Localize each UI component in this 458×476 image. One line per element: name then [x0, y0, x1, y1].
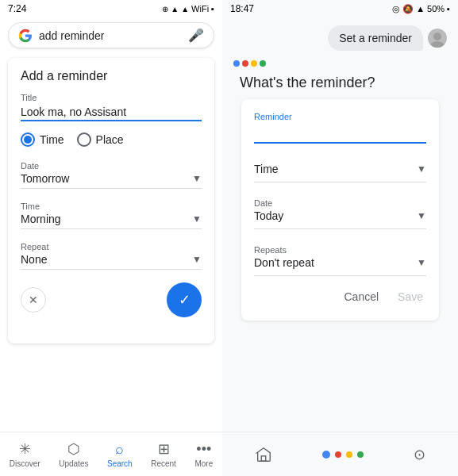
user-bubble: Set a reminder: [328, 25, 423, 51]
card-actions: ✕ ✓: [21, 282, 202, 317]
bubble-text: Set a reminder: [339, 32, 412, 44]
repeat-arrow-icon: ▼: [192, 254, 202, 265]
right-mute-icon: 🔕: [402, 4, 414, 14]
repeat-dropdown[interactable]: Repeat None ▼: [21, 239, 202, 270]
place-radio[interactable]: Place: [77, 132, 124, 147]
nav-discover-label: Discover: [10, 459, 40, 468]
left-status-bar: 7:24 ⊕ ▲ ▲ WiFi ▪: [0, 0, 222, 17]
dialog-date-label: Date: [254, 198, 426, 208]
dot-red: [242, 60, 248, 67]
search-bar[interactable]: 🎤: [8, 22, 214, 48]
user-bubble-row: Set a reminder: [233, 25, 447, 51]
dot-indicator-3: [346, 451, 352, 458]
chat-area: Set a reminder What's the reminder?: [222, 17, 458, 476]
time-arrow-icon: ▼: [192, 213, 202, 225]
time-radio-circle: [21, 132, 35, 147]
time-place-radio: Time Place: [21, 132, 202, 147]
svg-point-0: [433, 33, 441, 40]
dot-indicator-4: [357, 451, 364, 458]
time-value: Morning: [21, 213, 61, 225]
title-input[interactable]: [21, 104, 202, 121]
confirm-button[interactable]: ✓: [167, 282, 202, 317]
date-dropdown-arrow-icon: ▼: [417, 210, 426, 221]
home-svg-icon: [255, 446, 272, 463]
left-time: 7:24: [8, 3, 26, 14]
dot-indicator-1: [322, 451, 330, 459]
battery-text: WiFi: [191, 4, 209, 13]
reminder-dialog: Reminder Time ▼ Date Today ▼ Repeats: [241, 99, 439, 321]
page-dots-indicator: [322, 451, 364, 459]
updates-icon: ⬡: [67, 440, 80, 458]
time-radio[interactable]: Time: [21, 132, 64, 147]
dialog-repeats-value: Don't repeat: [254, 256, 314, 269]
time-dropdown-arrow-icon: ▼: [417, 163, 426, 175]
nav-updates-label: Updates: [59, 459, 88, 468]
dialog-repeats-label: Repeats: [254, 245, 426, 255]
svg-point-1: [430, 41, 445, 48]
dialog-date-dropdown[interactable]: Date Today ▼: [254, 192, 426, 229]
dot-blue: [233, 60, 240, 67]
wifi-icon: ▲: [171, 5, 179, 13]
compass-icon[interactable]: ⊙: [414, 446, 425, 463]
dialog-actions: Cancel Save: [254, 286, 426, 308]
dialog-time-dropdown[interactable]: Time ▼: [254, 156, 426, 182]
notification-icon: ⊕: [162, 5, 168, 13]
right-panel: 18:47 ◎ 🔕 ▲ 50% ▪ Set a reminder: [222, 0, 458, 476]
time-label: Time: [21, 202, 202, 211]
assistant-question-container: What's the reminder?: [237, 75, 447, 91]
repeats-dropdown-arrow-icon: ▼: [417, 257, 426, 268]
google-assistant-dots: [233, 60, 266, 67]
cancel-button[interactable]: Cancel: [341, 286, 382, 308]
place-radio-label: Place: [96, 133, 124, 146]
date-dropdown[interactable]: Date Tomorrow ▼: [21, 158, 202, 189]
nav-item-updates[interactable]: ⬡ Updates: [59, 440, 88, 468]
right-status-bar: 18:47 ◎ 🔕 ▲ 50% ▪: [222, 0, 458, 17]
right-location-icon: ◎: [392, 4, 400, 14]
left-panel: 7:24 ⊕ ▲ ▲ WiFi ▪ 🎤 Add a reminder Title…: [0, 0, 222, 476]
close-icon: ✕: [29, 294, 38, 306]
search-icon: ⌕: [115, 441, 124, 458]
dot-indicator-2: [335, 451, 341, 458]
user-avatar-icon: [428, 29, 447, 48]
nav-item-search[interactable]: ⌕ Search: [107, 441, 133, 468]
time-dropdown-value: Time: [254, 163, 279, 175]
reminder-input[interactable]: [254, 125, 426, 144]
dialog-date-value: Today: [254, 209, 283, 222]
checkmark-icon: ✓: [179, 291, 191, 309]
nav-item-recent[interactable]: ⊞ Recent: [151, 440, 176, 468]
right-bottom-bar: ⊙: [222, 432, 458, 476]
right-time: 18:47: [230, 3, 254, 14]
home-icon[interactable]: [255, 446, 272, 463]
time-radio-label: Time: [40, 133, 64, 146]
dialog-repeats-dropdown[interactable]: Repeats Don't repeat ▼: [254, 239, 426, 276]
title-field-label: Title: [21, 93, 202, 102]
right-status-icons: ◎ 🔕 ▲ 50% ▪: [392, 4, 450, 14]
bottom-nav: ✳ Discover ⬡ Updates ⌕ Search ⊞ Recent •…: [0, 432, 222, 476]
nav-search-label: Search: [107, 459, 133, 468]
search-input[interactable]: [39, 29, 188, 42]
nav-recent-label: Recent: [151, 459, 176, 468]
google-logo-icon: [18, 29, 33, 43]
nav-more-label: More: [194, 459, 213, 468]
nav-item-discover[interactable]: ✳ Discover: [10, 440, 40, 468]
save-button[interactable]: Save: [394, 286, 426, 308]
dot-green: [260, 60, 266, 67]
right-battery-text: 50%: [427, 4, 445, 13]
repeat-label: Repeat: [21, 242, 202, 251]
date-label: Date: [21, 161, 202, 171]
time-dropdown[interactable]: Time Morning ▼: [21, 198, 202, 229]
card-title: Add a reminder: [21, 69, 202, 83]
right-battery-icon: ▪: [447, 4, 450, 13]
close-button[interactable]: ✕: [21, 287, 46, 313]
mic-icon[interactable]: 🎤: [188, 28, 204, 43]
avatar: [428, 29, 447, 48]
svg-rect-2: [262, 455, 267, 460]
repeat-value: None: [21, 253, 47, 266]
discover-icon: ✳: [19, 440, 31, 458]
date-value: Tomorrow: [21, 172, 69, 185]
right-wifi-icon: ▲: [416, 4, 425, 13]
dot-yellow: [251, 60, 257, 67]
more-icon: •••: [196, 441, 211, 458]
nav-item-more[interactable]: ••• More: [194, 441, 213, 468]
reminder-field-label: Reminder: [254, 112, 426, 121]
